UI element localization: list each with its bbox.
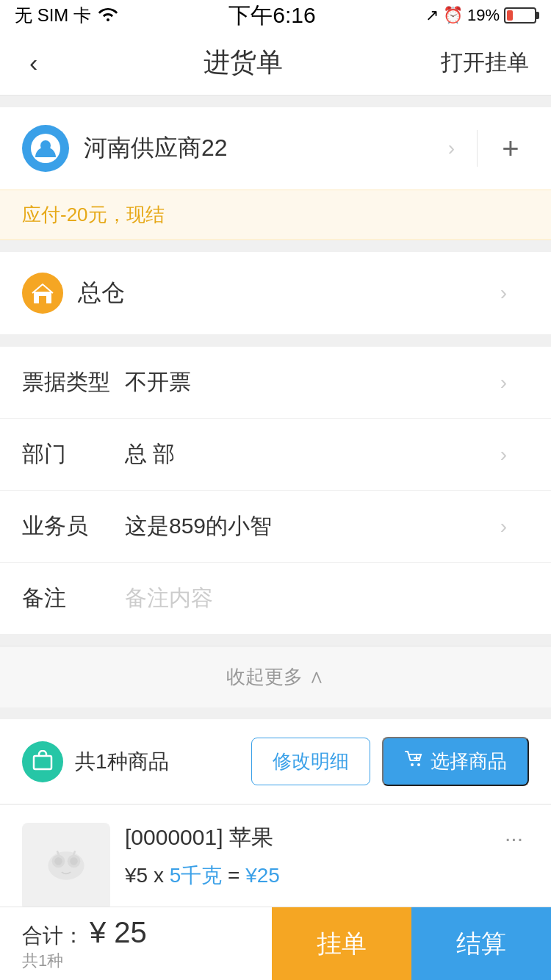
product-info: [0000001] 苹果 ¥5 x 5千克 = ¥25 [125, 823, 499, 890]
product-code: [0000001] [125, 825, 223, 849]
svg-rect-2 [39, 296, 46, 303]
battery-percent: 19% [467, 6, 500, 25]
multiply-sign: x [154, 864, 170, 887]
alarm-icon: ⏰ [443, 6, 463, 25]
svg-point-4 [411, 763, 414, 766]
sales-label: 业务员 [22, 511, 125, 541]
battery-icon [504, 7, 536, 24]
invoice-label: 票据类型 [22, 367, 125, 397]
open-hang-button[interactable]: 打开挂单 [441, 48, 529, 78]
warehouse-section: 总仓 › [0, 252, 551, 334]
chevron-right-icon: › [448, 137, 455, 160]
warehouse-icon [22, 273, 63, 314]
status-bar-right: ↗ ⏰ 19% [425, 6, 536, 25]
cart-icon [404, 750, 425, 773]
sales-value: 这是859的小智 [125, 511, 500, 541]
location-icon: ↗ [425, 6, 439, 25]
dept-chevron-icon: › [500, 443, 507, 466]
nav-bar: ‹ 进货单 打开挂单 [0, 31, 551, 96]
wifi-icon [97, 5, 119, 26]
supplier-row[interactable]: 河南供应商22 › + [0, 107, 551, 190]
invoice-row[interactable]: 票据类型 不开票 › [0, 346, 551, 418]
svg-point-6 [48, 851, 84, 880]
product-thumbnail [22, 823, 110, 911]
svg-point-5 [417, 763, 420, 766]
warehouse-row[interactable]: 总仓 › [0, 252, 551, 334]
carrier-text: 无 SIM 卡 [15, 4, 91, 27]
warehouse-name: 总仓 [78, 277, 500, 309]
status-bar-left: 无 SIM 卡 [15, 4, 119, 27]
product-title: 苹果 [229, 825, 273, 849]
supplier-name: 河南供应商22 [84, 132, 448, 165]
svg-point-10 [70, 857, 78, 865]
gap-2 [0, 707, 551, 719]
avatar-inner [31, 134, 60, 163]
back-button[interactable]: ‹ [22, 41, 45, 84]
total-text: 合计： [22, 922, 84, 950]
form-section: 票据类型 不开票 › 部门 总 部 › 业务员 这是859的小智 › 备注 备注… [0, 346, 551, 634]
sales-row[interactable]: 业务员 这是859的小智 › [0, 490, 551, 562]
invoice-chevron-icon: › [500, 371, 507, 394]
total-price: ¥25 [245, 864, 280, 887]
page-title: 进货单 [204, 45, 283, 81]
select-product-label: 选择商品 [431, 749, 507, 774]
remark-label: 备注 [22, 583, 125, 613]
product-more-button[interactable]: ··· [499, 823, 529, 854]
products-count: 共1种商品 [75, 748, 251, 776]
warehouse-chevron-icon: › [500, 281, 507, 305]
total-amount: ¥ 25 [90, 916, 147, 949]
gap-1 [0, 96, 551, 107]
edit-detail-button[interactable]: 修改明细 [251, 738, 370, 785]
time-display: 下午6:16 [228, 1, 315, 31]
dept-row[interactable]: 部门 总 部 › [0, 418, 551, 490]
select-product-button[interactable]: 选择商品 [382, 737, 529, 786]
supplier-section: 河南供应商22 › + 应付-20元，现结 [0, 107, 551, 240]
sales-chevron-icon: › [500, 515, 507, 538]
quantity: 5千克 [170, 864, 223, 887]
checkout-button[interactable]: 结算 [411, 907, 551, 981]
products-icon [22, 741, 63, 782]
add-supplier-button[interactable]: + [492, 130, 529, 167]
remark-placeholder: 备注内容 [125, 583, 529, 613]
collapse-button[interactable]: 收起更多 ∧ [0, 646, 551, 707]
equals-sign: = [228, 864, 245, 887]
supplier-notice: 应付-20元，现结 [0, 190, 551, 240]
owl-icon [40, 837, 92, 897]
unit-price: ¥5 [125, 864, 148, 887]
hang-button[interactable]: 挂单 [272, 907, 411, 981]
bottom-bar: 合计： ¥ 25 共1种 挂单 结算 [0, 907, 551, 980]
total-sub: 共1种 [22, 950, 250, 972]
dept-label: 部门 [22, 439, 125, 469]
total-label: 合计： ¥ 25 [22, 916, 250, 950]
products-section: 共1种商品 修改明细 选择商品 [0, 719, 551, 929]
supplier-avatar [22, 125, 69, 172]
remark-row[interactable]: 备注 备注内容 [0, 562, 551, 634]
invoice-value: 不开票 [125, 367, 500, 397]
products-header: 共1种商品 修改明细 选择商品 [0, 719, 551, 804]
total-section: 合计： ¥ 25 共1种 [0, 916, 272, 972]
product-price: ¥5 x 5千克 = ¥25 [125, 862, 499, 890]
divider [477, 130, 478, 167]
svg-point-9 [54, 857, 62, 865]
product-name: [0000001] 苹果 [125, 823, 499, 853]
dept-value: 总 部 [125, 439, 500, 469]
svg-rect-3 [34, 756, 51, 769]
status-bar: 无 SIM 卡 下午6:16 ↗ ⏰ 19% [0, 0, 551, 31]
